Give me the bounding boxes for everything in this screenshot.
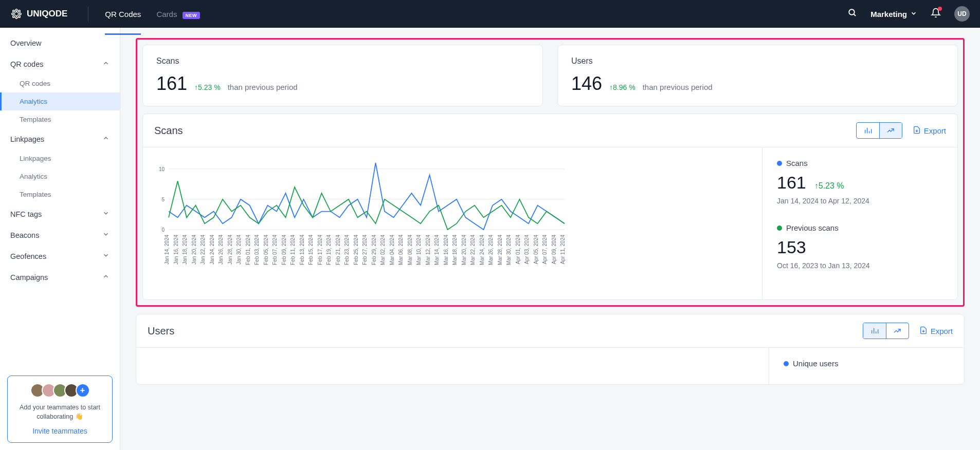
svg-text:Mar 20, 2024: Mar 20, 2024 bbox=[461, 235, 467, 265]
line-view-button[interactable] bbox=[879, 123, 902, 138]
invite-link[interactable]: Invite teammates bbox=[14, 427, 106, 435]
avatars-row: + bbox=[14, 383, 106, 398]
scans-chart-title: Scans bbox=[154, 125, 183, 137]
sidebar-qr-codes[interactable]: QR codes bbox=[0, 74, 120, 92]
svg-text:Feb 19, 2024: Feb 19, 2024 bbox=[326, 235, 332, 265]
notifications-button[interactable] bbox=[931, 8, 941, 20]
svg-text:Feb 09, 2024: Feb 09, 2024 bbox=[281, 235, 287, 265]
svg-text:Mar 24, 2024: Mar 24, 2024 bbox=[479, 235, 485, 265]
svg-text:Apr 03, 2024: Apr 03, 2024 bbox=[524, 235, 530, 265]
sidebar-qr-templates[interactable]: Templates bbox=[0, 110, 120, 128]
svg-text:Apr 11, 2024: Apr 11, 2024 bbox=[560, 235, 566, 265]
users-chart-card: Users Export Unique users bbox=[136, 314, 965, 385]
chevron-up-icon bbox=[102, 273, 110, 282]
chevron-down-icon bbox=[910, 10, 917, 18]
users-stat-context: than previous period bbox=[643, 83, 713, 91]
sidebar-nfc-head[interactable]: NFC tags bbox=[0, 203, 120, 224]
chevron-down-icon bbox=[102, 231, 110, 239]
line-view-button[interactable] bbox=[886, 323, 909, 339]
svg-text:Feb 05, 2024: Feb 05, 2024 bbox=[263, 235, 269, 265]
svg-text:Apr 07, 2024: Apr 07, 2024 bbox=[542, 235, 548, 265]
bell-icon bbox=[931, 11, 941, 20]
chevron-up-icon bbox=[102, 60, 110, 68]
legend-dot-green bbox=[777, 226, 782, 231]
top-bar: UNIQODE QR Codes Cards NEW Marketing UD bbox=[0, 0, 980, 28]
svg-text:5: 5 bbox=[161, 197, 165, 202]
svg-text:Feb 21, 2024: Feb 21, 2024 bbox=[335, 235, 341, 265]
scans-chart-legend: Scans 161 5.23 % Jan 14, 2024 to Apr 12,… bbox=[762, 147, 957, 299]
svg-text:Mar 16, 2024: Mar 16, 2024 bbox=[443, 235, 449, 265]
svg-text:Jan 30, 2024: Jan 30, 2024 bbox=[236, 235, 242, 265]
sidebar-qr-analytics[interactable]: Analytics bbox=[0, 92, 120, 110]
chart-view-toggle bbox=[856, 122, 902, 139]
sidebar-linkpages[interactable]: Linkpages bbox=[0, 149, 120, 167]
svg-text:Mar 22, 2024: Mar 22, 2024 bbox=[470, 235, 476, 265]
user-avatar[interactable]: UD bbox=[954, 6, 970, 22]
sidebar-linkpages-templates[interactable]: Templates bbox=[0, 185, 120, 203]
nav-cards[interactable]: Cards NEW bbox=[156, 10, 200, 27]
svg-point-9 bbox=[849, 9, 855, 15]
svg-point-2 bbox=[15, 17, 17, 19]
svg-text:Jan 28, 2024: Jan 28, 2024 bbox=[227, 235, 233, 265]
svg-point-8 bbox=[19, 16, 21, 18]
sidebar-linkpages-analytics[interactable]: Analytics bbox=[0, 167, 120, 185]
legend-current-value: 161 bbox=[777, 173, 806, 193]
scans-stat-change: 5.23 % bbox=[194, 83, 221, 91]
svg-point-5 bbox=[13, 10, 15, 12]
svg-text:Mar 26, 2024: Mar 26, 2024 bbox=[488, 235, 494, 265]
new-badge: NEW bbox=[183, 12, 201, 19]
export-button[interactable]: Export bbox=[913, 126, 946, 136]
scans-stat-value: 161 bbox=[156, 73, 187, 95]
svg-line-10 bbox=[854, 14, 856, 16]
legend-previous-range: Oct 16, 2023 to Jan 13, 2024 bbox=[777, 261, 943, 270]
chevron-down-icon bbox=[102, 252, 110, 260]
svg-text:Feb 23, 2024: Feb 23, 2024 bbox=[344, 235, 350, 265]
export-button[interactable]: Export bbox=[919, 326, 953, 336]
highlight-region: Scans 161 5.23 % than previous period Us… bbox=[136, 38, 965, 307]
legend-dot-blue bbox=[777, 161, 782, 166]
svg-text:Mar 04, 2024: Mar 04, 2024 bbox=[389, 235, 395, 265]
svg-text:Mar 12, 2024: Mar 12, 2024 bbox=[425, 235, 431, 265]
brand-text: UNIQODE bbox=[27, 9, 67, 19]
arrow-up-icon bbox=[814, 181, 819, 190]
svg-text:Jan 16, 2024: Jan 16, 2024 bbox=[173, 235, 179, 265]
nav-qr-codes[interactable]: QR Codes bbox=[105, 10, 141, 27]
svg-text:Mar 14, 2024: Mar 14, 2024 bbox=[434, 235, 440, 265]
svg-text:Jan 20, 2024: Jan 20, 2024 bbox=[191, 235, 197, 265]
users-stat-card: Users 146 8.96 % than previous period bbox=[557, 45, 958, 106]
brand-icon bbox=[10, 8, 23, 20]
sidebar-beacons-head[interactable]: Beacons bbox=[0, 224, 120, 246]
sidebar-geofences-head[interactable]: Geofences bbox=[0, 246, 120, 267]
sidebar-linkpages-head[interactable]: Linkpages bbox=[0, 128, 120, 149]
bar-view-button[interactable] bbox=[857, 123, 879, 138]
svg-point-3 bbox=[12, 13, 14, 15]
sidebar-overview[interactable]: Overview bbox=[0, 33, 120, 53]
scans-stat-title: Scans bbox=[156, 57, 529, 66]
bar-view-button[interactable] bbox=[863, 323, 886, 339]
svg-text:Feb 13, 2024: Feb 13, 2024 bbox=[299, 235, 305, 265]
svg-text:Feb 17, 2024: Feb 17, 2024 bbox=[317, 235, 323, 265]
sidebar-qr-head[interactable]: QR codes bbox=[0, 53, 120, 74]
users-stat-change: 8.96 % bbox=[609, 83, 636, 91]
search-icon[interactable] bbox=[848, 8, 857, 20]
svg-text:Feb 15, 2024: Feb 15, 2024 bbox=[308, 235, 314, 265]
invite-panel: + Add your teammates to start collaborat… bbox=[7, 376, 113, 443]
svg-text:Mar 10, 2024: Mar 10, 2024 bbox=[416, 235, 422, 265]
svg-point-6 bbox=[19, 10, 21, 12]
add-teammate-button[interactable]: + bbox=[76, 383, 90, 398]
legend-unique-users-label: Unique users bbox=[793, 359, 838, 368]
chevron-up-icon bbox=[102, 135, 110, 143]
svg-text:Jan 24, 2024: Jan 24, 2024 bbox=[209, 235, 215, 265]
sidebar-campaigns-head[interactable]: Campaigns bbox=[0, 267, 120, 288]
svg-text:Mar 02, 2024: Mar 02, 2024 bbox=[380, 235, 386, 265]
users-stat-value: 146 bbox=[571, 73, 602, 95]
legend-current-range: Jan 14, 2024 to Apr 12, 2024 bbox=[777, 197, 943, 205]
brand-logo[interactable]: UNIQODE bbox=[10, 8, 67, 20]
svg-text:Jan 18, 2024: Jan 18, 2024 bbox=[182, 235, 188, 265]
chevron-down-icon bbox=[102, 210, 110, 218]
svg-text:0: 0 bbox=[161, 227, 165, 233]
org-dropdown[interactable]: Marketing bbox=[870, 10, 917, 18]
svg-text:Feb 01, 2024: Feb 01, 2024 bbox=[245, 235, 251, 265]
svg-text:10: 10 bbox=[159, 166, 165, 172]
svg-text:Jan 14, 2024: Jan 14, 2024 bbox=[164, 235, 170, 265]
